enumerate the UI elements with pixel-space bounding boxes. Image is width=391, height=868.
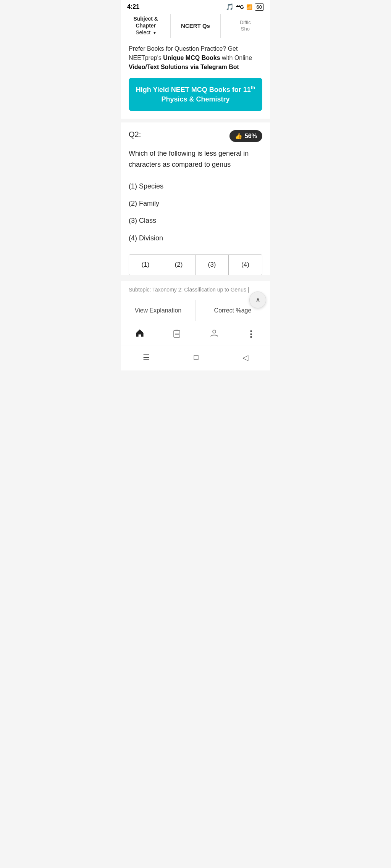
bottom-nav-clipboard[interactable] xyxy=(158,326,196,343)
answer-button-2[interactable]: (2) xyxy=(162,255,196,275)
list-item: (4) Division xyxy=(129,230,262,247)
tab-subject-chapter[interactable]: Subject & Chapter Select ▾ xyxy=(121,14,171,38)
options-list: (1) Species (2) Family (3) Class (4) Div… xyxy=(129,178,262,247)
status-icons: 🎵 ⁴⁴G 📶 60 xyxy=(226,3,264,11)
tab-select-label: Select ▾ xyxy=(126,29,166,36)
promo-section: Prefer Books for Question Practice? Get … xyxy=(121,38,270,119)
system-home-button[interactable]: □ xyxy=(186,351,206,364)
person-icon xyxy=(209,328,219,340)
more-dots-icon: ⋮ xyxy=(247,329,256,339)
subtopic-bar: Subtopic: Taxonomy 2: Classification up … xyxy=(121,281,270,300)
status-bar: 4:21 🎵 ⁴⁴G 📶 60 xyxy=(121,0,270,14)
view-explanation-button[interactable]: View Explanation xyxy=(121,300,196,321)
list-item: (1) Species xyxy=(129,178,262,195)
clipboard-icon xyxy=(172,328,182,340)
subtopic-text: Subtopic: Taxonomy 2: Classification up … xyxy=(129,287,249,293)
svg-point-4 xyxy=(213,330,216,333)
question-text: Which of the following is less general i… xyxy=(129,148,262,170)
question-card: Q2: 👍 56% Which of the following is less… xyxy=(121,122,270,275)
promo-text: Prefer Books for Question Practice? Get … xyxy=(129,44,262,72)
system-menu-button[interactable]: ☰ xyxy=(135,351,157,364)
signal-text: ⁴⁴G xyxy=(236,4,244,10)
question-card-wrapper: Q2: 👍 56% Which of the following is less… xyxy=(121,122,270,300)
thumbs-up-icon: 👍 xyxy=(235,132,242,140)
tab-difficulty[interactable]: Diffic Sho xyxy=(221,14,270,38)
battery-icon: 60 xyxy=(255,3,264,11)
svg-rect-0 xyxy=(174,330,180,337)
answer-button-3[interactable]: (3) xyxy=(196,255,229,275)
bottom-nav-home[interactable] xyxy=(121,326,158,343)
question-number: Q2: xyxy=(129,130,141,139)
list-item: (3) Class xyxy=(129,212,262,229)
promo-btn-text: High Yield NEET MCQ Books for 11th Physi… xyxy=(135,85,256,104)
bottom-nav-profile[interactable] xyxy=(196,326,233,343)
answer-buttons: (1) (2) (3) (4) xyxy=(129,254,262,275)
system-nav-bar: ☰ □ ◁ xyxy=(121,346,270,370)
bottom-nav-more[interactable]: ⋮ xyxy=(233,326,270,343)
tab-bar: Subject & Chapter Select ▾ NCERT Qs Diff… xyxy=(121,14,270,38)
answer-button-4[interactable]: (4) xyxy=(229,255,262,275)
question-header: Q2: 👍 56% xyxy=(129,130,262,142)
scroll-up-button[interactable]: ∧ xyxy=(249,291,266,308)
music-icon: 🎵 xyxy=(226,3,234,11)
like-percentage: 56% xyxy=(245,133,257,140)
bottom-nav: ⋮ xyxy=(121,321,270,346)
signal-bars-icon: 📶 xyxy=(246,4,252,10)
chevron-down-icon: ▾ xyxy=(153,30,156,35)
action-buttons: View Explanation Correct %age xyxy=(121,300,270,321)
like-badge: 👍 56% xyxy=(229,130,262,142)
answer-button-1[interactable]: (1) xyxy=(129,255,162,275)
tab-ncert-qs[interactable]: NCERT Qs xyxy=(171,14,220,38)
list-item: (2) Family xyxy=(129,195,262,212)
promo-cta-button[interactable]: High Yield NEET MCQ Books for 11th Physi… xyxy=(129,78,262,111)
chevron-up-icon: ∧ xyxy=(255,296,260,304)
status-time: 4:21 xyxy=(127,3,139,10)
tab-subject-label: Subject & Chapter xyxy=(126,15,166,29)
system-back-button[interactable]: ◁ xyxy=(235,351,256,364)
home-icon xyxy=(135,328,145,340)
svg-rect-1 xyxy=(175,330,178,331)
